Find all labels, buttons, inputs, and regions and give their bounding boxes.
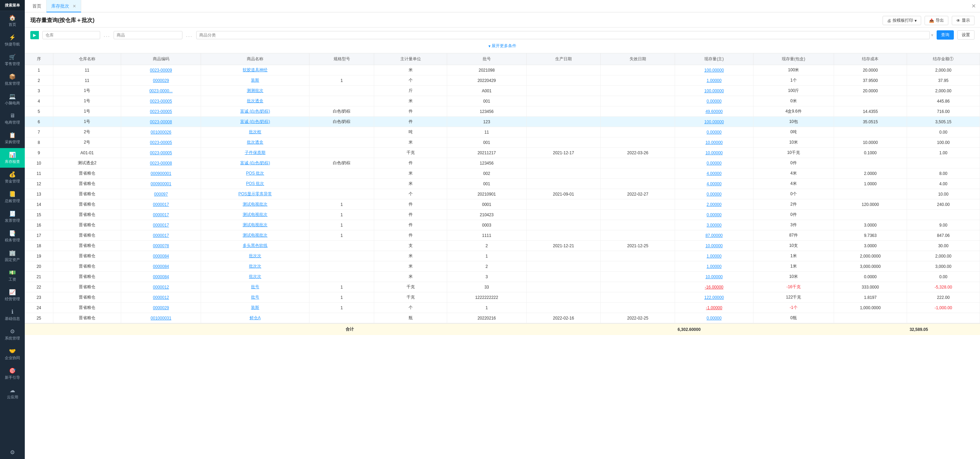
cell-qty-main[interactable]: 10.00000 bbox=[675, 272, 754, 282]
cell-qty-main[interactable]: 100.00000 bbox=[675, 65, 754, 75]
cell-qty-main[interactable]: 0.00000 bbox=[675, 210, 754, 220]
window-close-button[interactable]: ✕ bbox=[971, 3, 976, 9]
cell-code[interactable]: 0023-00005 bbox=[121, 148, 201, 158]
cell-qty-main[interactable]: 1.00000 bbox=[675, 251, 754, 261]
cell-name[interactable]: POS 批次 bbox=[201, 179, 309, 189]
cell-code[interactable]: 0000084 bbox=[121, 251, 201, 261]
cell-qty-main[interactable]: 0.00000 bbox=[675, 313, 754, 324]
sidebar-item-home[interactable]: 🏠 首页 bbox=[0, 11, 25, 31]
cell-code[interactable]: 0000017 bbox=[121, 210, 201, 220]
cell-qty-main[interactable]: 100.00000 bbox=[675, 117, 754, 127]
sidebar-item-system[interactable]: ⚙ 系统管理 bbox=[0, 325, 25, 344]
cell-qty-main[interactable]: 100.00000 bbox=[675, 86, 754, 96]
sidebar-item-tax[interactable]: 📑 税务管理 bbox=[0, 226, 25, 246]
cell-code[interactable]: 0000084 bbox=[121, 261, 201, 272]
product-filter-input[interactable] bbox=[114, 31, 183, 39]
cell-qty-main[interactable]: -16.00000 bbox=[675, 282, 754, 292]
cell-code[interactable]: 0000029 bbox=[121, 75, 201, 86]
cell-name[interactable]: 批次透盒 bbox=[201, 96, 309, 107]
sidebar-item-invoice[interactable]: 🧾 发票管理 bbox=[0, 207, 25, 226]
cell-qty-main[interactable]: 1.00000 bbox=[675, 75, 754, 86]
cell-name[interactable]: 多头黑色软线 bbox=[201, 241, 309, 251]
cell-name[interactable]: 装斯 bbox=[201, 303, 309, 313]
cell-qty-main[interactable]: 2.00000 bbox=[675, 199, 754, 210]
category-filter-input[interactable] bbox=[196, 31, 930, 39]
sidebar-item-mini-ecommerce[interactable]: 💻 小脑电商 bbox=[0, 89, 25, 109]
cell-name[interactable]: 批号 bbox=[201, 292, 309, 303]
cell-code[interactable]: 0023-00005 bbox=[121, 107, 201, 117]
cell-name[interactable]: 装斯 bbox=[201, 75, 309, 86]
cell-name[interactable]: 测测批次 bbox=[201, 86, 309, 96]
cell-qty-main[interactable]: 49.60000 bbox=[675, 107, 754, 117]
cell-name[interactable]: 富诚 (白色/奶棕) bbox=[201, 117, 309, 127]
cell-name[interactable]: 软胶道具神经 bbox=[201, 65, 309, 75]
cell-name[interactable]: 批次次 bbox=[201, 251, 309, 261]
expand-more-button[interactable]: ▾ 展开更多条件 bbox=[488, 43, 516, 49]
sidebar-item-cloud[interactable]: ☁ 云应用 bbox=[0, 384, 25, 403]
cell-code[interactable]: 001000031 bbox=[121, 313, 201, 324]
cell-name[interactable]: 批次次 bbox=[201, 272, 309, 282]
sidebar-item-retail[interactable]: 🛒 零售管理 bbox=[0, 50, 25, 70]
sidebar-item-collab[interactable]: 🤝 企业协同 bbox=[0, 344, 25, 364]
cell-qty-main[interactable]: 0.00000 bbox=[675, 96, 754, 107]
cell-qty-main[interactable]: 87.00000 bbox=[675, 230, 754, 241]
cell-name[interactable]: 批号 bbox=[201, 282, 309, 292]
search-expand-button[interactable]: ▶ bbox=[30, 31, 39, 39]
sidebar-item-finance[interactable]: 💰 资金管理 bbox=[0, 168, 25, 187]
cell-code[interactable]: 0023-00009 bbox=[121, 65, 201, 75]
cell-name[interactable]: POS 批次 bbox=[201, 168, 309, 179]
sidebar-item-operation[interactable]: 📈 经营管理 bbox=[0, 285, 25, 305]
cell-qty-main[interactable]: 10.00000 bbox=[675, 148, 754, 158]
cell-name[interactable]: 测试电视批次 bbox=[201, 220, 309, 230]
tab-close-icon[interactable]: ✕ bbox=[73, 4, 76, 9]
sidebar-item-newbie[interactable]: 🎯 新手引导 bbox=[0, 364, 25, 384]
cell-code[interactable]: 0000017 bbox=[121, 199, 201, 210]
cell-qty-main[interactable]: 0.00000 bbox=[675, 158, 754, 168]
cell-name[interactable]: 测试电视批次 bbox=[201, 199, 309, 210]
cell-code[interactable]: 000900001 bbox=[121, 168, 201, 179]
cell-qty-main[interactable]: 0.00000 bbox=[675, 127, 754, 137]
sidebar-item-salary[interactable]: 💵 工资 bbox=[0, 266, 25, 285]
cell-code[interactable]: 0023-00005 bbox=[121, 96, 201, 107]
cell-code[interactable]: 0023-00008 bbox=[121, 158, 201, 168]
cell-code[interactable]: 0000012 bbox=[121, 292, 201, 303]
cell-name[interactable]: 测试电视批次 bbox=[201, 230, 309, 241]
tab-home[interactable]: 首页 bbox=[27, 0, 46, 13]
cell-qty-main[interactable]: 0.00000 bbox=[675, 189, 754, 199]
settings-button[interactable]: 设置 bbox=[957, 30, 975, 40]
warehouse-filter-input[interactable] bbox=[42, 31, 100, 39]
cell-code[interactable]: 0023-00005 bbox=[121, 137, 201, 148]
sidebar-item-basic-info[interactable]: ℹ 基础信息 bbox=[0, 305, 25, 325]
cell-name[interactable]: 鲜仓A bbox=[201, 313, 309, 324]
cell-name[interactable]: POS显示零库异常 bbox=[201, 189, 309, 199]
cell-qty-main[interactable]: 1.00000 bbox=[675, 261, 754, 272]
cell-qty-main[interactable]: 3.00000 bbox=[675, 220, 754, 230]
cell-qty-main[interactable]: 10.00000 bbox=[675, 137, 754, 148]
cell-name[interactable]: 子件保质期 bbox=[201, 148, 309, 158]
cell-qty-main[interactable]: -1.00000 bbox=[675, 303, 754, 313]
cell-code[interactable]: 0000084 bbox=[121, 272, 201, 282]
cell-name[interactable]: 富诚 (白色/奶棕) bbox=[201, 158, 309, 168]
sidebar-item-quicknav[interactable]: ⚡ 快捷导航 bbox=[0, 31, 25, 50]
export-button[interactable]: 📤 导出 bbox=[924, 16, 948, 25]
cell-code[interactable]: 0000029 bbox=[121, 303, 201, 313]
cell-code[interactable]: 0023-00008 bbox=[121, 117, 201, 127]
sidebar-settings[interactable]: ⚙ bbox=[0, 446, 25, 459]
cell-code[interactable]: 000097 bbox=[121, 189, 201, 199]
cell-qty-main[interactable]: 4.00000 bbox=[675, 179, 754, 189]
sidebar-item-wholesale[interactable]: 📦 批发管理 bbox=[0, 70, 25, 89]
sidebar-logo[interactable]: 搜索菜单 bbox=[0, 0, 25, 11]
cell-name[interactable]: 批次透盒 bbox=[201, 137, 309, 148]
cell-name[interactable]: 批次框 bbox=[201, 127, 309, 137]
sidebar-item-ledger[interactable]: 📒 总账管理 bbox=[0, 187, 25, 207]
cell-name[interactable]: 测试电视批次 bbox=[201, 210, 309, 220]
sidebar-item-ecommerce[interactable]: 🖥 电商管理 bbox=[0, 109, 25, 128]
cell-qty-main[interactable]: 122.00000 bbox=[675, 292, 754, 303]
cell-qty-main[interactable]: 4.00000 bbox=[675, 168, 754, 179]
cell-code[interactable]: 0023-0000... bbox=[121, 86, 201, 96]
cell-name[interactable]: 富诚 (白色/奶棕) bbox=[201, 107, 309, 117]
print-template-button[interactable]: 🖨 按模板打印 ▾ bbox=[883, 16, 921, 25]
sidebar-item-assets[interactable]: 🏢 固定资产 bbox=[0, 246, 25, 266]
cell-code[interactable]: 000900001 bbox=[121, 179, 201, 189]
tab-inventory-batch[interactable]: 库存批次 ✕ bbox=[46, 0, 81, 13]
